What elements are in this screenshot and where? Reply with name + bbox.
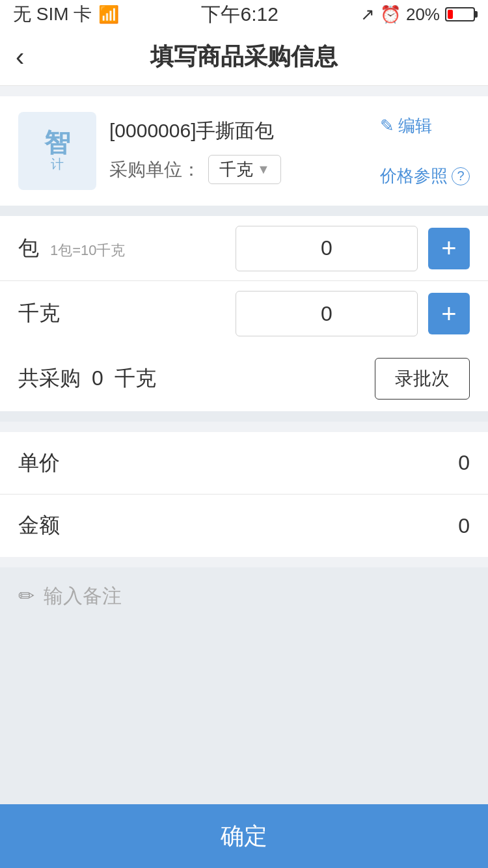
battery-indicator [445,7,475,21]
location-icon: ↗ [360,5,375,25]
kg-label: 千克 [18,299,109,328]
package-input-wrap: 0 + [125,226,470,271]
section-divider-2 [0,411,488,422]
quantity-section: 包 1包=10千克 0 + 千克 0 + [0,216,488,346]
package-plus-button[interactable]: + [428,228,470,269]
notes-section[interactable]: ✏ 输入备注 [0,567,488,645]
wifi-icon: 📶 [98,5,119,25]
product-thumbnail: 智 计 [18,112,96,190]
carrier-label: 无 SIM 卡 [13,2,92,27]
battery-fill [448,10,453,19]
kg-input-wrap: 0 + [109,291,470,336]
status-left: 无 SIM 卡 📶 [13,2,119,27]
price-ref-label: 价格参照 [380,165,448,187]
battery-percent: 20% [406,5,440,25]
unit-label: 采购单位： [109,157,200,182]
chevron-down-icon: ▼ [257,162,270,177]
package-input-row: 包 1包=10千克 0 + [0,216,488,281]
summary-row: 共采购 0 千克 录批次 [0,346,488,411]
status-time: 下午6:12 [201,1,278,28]
package-input[interactable]: 0 [236,226,418,271]
alarm-icon: ⏰ [380,5,401,25]
status-bar: 无 SIM 卡 📶 下午6:12 ↗ ⏰ 20% [0,0,488,29]
unit-price-value: 0 [458,451,470,475]
edit-button[interactable]: ✎ 编辑 [380,115,432,137]
amount-value: 0 [458,514,470,538]
product-info: [0000006]手撕面包 采购单位： 千克 ▼ [109,118,367,184]
product-unit-row: 采购单位： 千克 ▼ [109,155,367,184]
help-icon: ? [452,167,470,185]
unit-price-label: 单价 [18,449,60,478]
product-logo: 智 计 [44,129,70,173]
confirm-button[interactable]: 确定 [0,804,488,868]
price-section: 单价 0 金额 0 [0,432,488,557]
status-right: ↗ ⏰ 20% [360,5,475,25]
kg-input-row: 千克 0 + [0,281,488,346]
unit-select[interactable]: 千克 ▼ [208,155,281,184]
package-label: 包 1包=10千克 [18,234,125,263]
amount-row: 金额 0 [0,495,488,557]
page-title: 填写商品采购信息 [150,41,338,73]
product-card: 智 计 [0000006]手撕面包 采购单位： 千克 ▼ ✎ 编辑 价格参照 ? [0,96,488,206]
price-ref-button[interactable]: 价格参照 ? [380,165,470,187]
edit-icon: ✎ [380,116,394,136]
section-divider [0,206,488,216]
unit-value: 千克 [219,158,253,181]
nav-bar: ‹ 填写商品采购信息 [0,29,488,86]
product-card-right: ✎ 编辑 价格参照 ? [380,112,470,190]
product-name: [0000006]手撕面包 [109,118,367,144]
summary-text: 共采购 0 千克 [18,364,156,393]
kg-plus-button[interactable]: + [428,293,470,334]
back-button[interactable]: ‹ [16,42,24,72]
kg-input[interactable]: 0 [236,291,418,336]
pencil-icon: ✏ [18,584,34,607]
amount-label: 金额 [18,511,60,540]
record-batch-button[interactable]: 录批次 [375,358,470,400]
unit-price-row: 单价 0 [0,432,488,495]
notes-placeholder: 输入备注 [44,583,122,610]
